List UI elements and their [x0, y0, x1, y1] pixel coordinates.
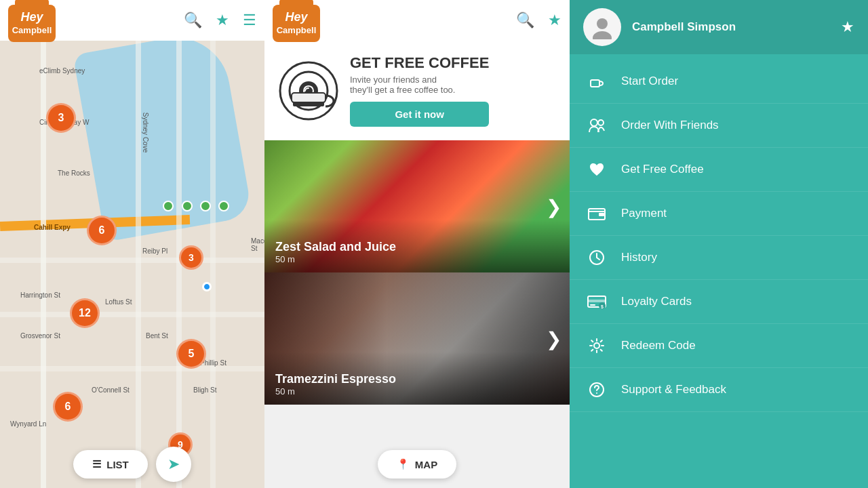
map-marker-3a[interactable]: 3 [46, 103, 76, 133]
menu-icon-map[interactable]: ☰ [243, 12, 256, 29]
map-background: eClimb Sydney The Rocks Cahill Expy Sydn… [0, 0, 264, 488]
svg-point-21 [596, 392, 597, 394]
logo-badge-content[interactable]: Hey Campbell [273, 5, 320, 42]
favorites-icon-content[interactable]: ★ [548, 12, 561, 29]
map-button[interactable]: 📍 MAP [378, 450, 456, 479]
content-nav-icons: 🔍 ★ [516, 12, 561, 29]
restaurant-dist-2: 50 m [275, 386, 559, 396]
location-button[interactable]: ➤ [156, 447, 191, 482]
promo-subtitle: Invite your friends and they'll get a fr… [350, 75, 489, 95]
map-marker-6a[interactable]: 6 [87, 216, 117, 245]
map-label-wynyard: Wynyard Ln [10, 420, 46, 428]
menu-item-free-coffee[interactable]: Get Free Coffee [570, 148, 868, 192]
map-green-dot-3 [200, 201, 211, 211]
map-bottom-nav: ☰ LIST ➤ [0, 441, 264, 488]
map-road-3 [176, 0, 182, 488]
content-panel: Hey Campbell 🔍 ★ GET FREE COFFEE Invite … [264, 0, 570, 488]
logo-badge-map[interactable]: Hey Campbell [8, 5, 56, 42]
heart-icon [586, 159, 608, 180]
svg-point-5 [597, 18, 608, 29]
user-avatar [583, 8, 621, 46]
menu-label-start-order: Start Order [621, 75, 678, 88]
map-label-macquarie: Macquarie St [251, 237, 264, 252]
content-header: Hey Campbell 🔍 ★ [264, 0, 570, 41]
restaurant-arrow-2[interactable]: ❯ [546, 327, 561, 350]
logo-text: Campbell [12, 25, 52, 36]
menu-item-order-friends[interactable]: Order With Friends [570, 104, 868, 148]
people-icon [586, 115, 608, 136]
user-name: Campbell Simpson [632, 20, 736, 34]
map-green-dot-1 [163, 201, 174, 211]
map-marker-6b[interactable]: 6 [53, 392, 83, 422]
map-label-reiby: Reiby Pl [142, 247, 167, 255]
map-road-h1 [0, 258, 264, 263]
get-now-button[interactable]: Get it now [350, 102, 489, 127]
map-header: Hey Campbell 🔍 ★ ☰ [0, 0, 264, 41]
svg-rect-12 [599, 213, 604, 216]
list-button[interactable]: ☰ LIST [73, 450, 148, 479]
menu-item-history[interactable]: History [570, 236, 868, 280]
restaurant-name-2: Tramezzini Espresso [275, 372, 559, 386]
svg-point-10 [598, 120, 604, 125]
menu-label-history: History [621, 251, 657, 264]
restaurant-info-2: Tramezzini Espresso 50 m [264, 352, 570, 405]
map-road-4 [210, 0, 216, 488]
restaurant-card-1[interactable]: Zest Salad and Juice 50 m ❯ [264, 140, 570, 272]
menu-item-start-order[interactable]: Start Order [570, 60, 868, 104]
menu-label-payment: Payment [621, 207, 667, 220]
menu-label-redeem-code: Redeem Code [621, 339, 696, 352]
svg-point-9 [591, 119, 597, 126]
map-panel: eClimb Sydney The Rocks Cahill Expy Sydn… [0, 0, 264, 488]
sidebar-star-icon[interactable]: ★ [841, 18, 854, 36]
search-icon-map[interactable]: 🔍 [184, 12, 202, 29]
map-label-climb: eClimb Sydney [39, 67, 85, 75]
map-label-loftus: Loftus St [105, 298, 132, 306]
svg-text:$: $ [601, 304, 604, 309]
map-label-sydney-cove: Sydney Cove [142, 113, 149, 152]
menu-item-payment[interactable]: Payment [570, 192, 868, 236]
restaurant-info-1: Zest Salad and Juice 50 m [264, 220, 570, 272]
svg-point-6 [593, 31, 612, 39]
clock-icon [586, 247, 608, 268]
svg-rect-16 [590, 304, 595, 306]
map-marker-12[interactable]: 12 [70, 298, 100, 328]
map-pin-icon: 📍 [397, 458, 410, 470]
sidebar-header: Campbell Simpson ★ [570, 0, 868, 54]
menu-item-redeem-code[interactable]: Redeem Code [570, 324, 868, 368]
content-bottom-nav: 📍 MAP [264, 441, 570, 488]
map-nav-icons: 🔍 ★ ☰ [184, 12, 256, 29]
promo-subtitle-line2: they'll get a free coffee too. [350, 85, 455, 95]
gear-icon [586, 335, 608, 357]
svg-rect-4 [292, 93, 326, 102]
search-icon-content[interactable]: 🔍 [516, 12, 534, 29]
menu-label-order-friends: Order With Friends [621, 119, 719, 132]
map-marker-3b[interactable]: 3 [179, 245, 203, 270]
menu-label-loyalty-cards: Loyalty Cards [621, 295, 692, 308]
menu-label-free-coffee: Get Free Coffee [621, 163, 704, 176]
list-icon: ☰ [92, 458, 101, 470]
logo-text-2: Campbell [277, 25, 317, 36]
promo-title: GET FREE COFFEE [350, 54, 489, 72]
card-icon: $ [586, 291, 608, 312]
favorites-icon-map[interactable]: ★ [216, 12, 229, 29]
restaurant-arrow-1[interactable]: ❯ [546, 195, 561, 218]
promo-text-block: GET FREE COFFEE Invite your friends and … [350, 54, 489, 127]
map-label-oconnell: O'Connell St [92, 386, 130, 394]
svg-rect-7 [591, 80, 599, 87]
svg-rect-15 [588, 300, 606, 302]
list-label: LIST [106, 459, 129, 470]
menu-item-loyalty-cards[interactable]: $ Loyalty Cards [570, 280, 868, 324]
restaurant-card-2[interactable]: Tramezzini Espresso 50 m ❯ [264, 272, 570, 405]
map-label-harrington: Harrington St [20, 291, 60, 299]
coffee-icon [586, 70, 608, 92]
svg-rect-8 [592, 86, 598, 87]
map-label-expy: Cahill Expy [34, 224, 71, 231]
map-marker-5[interactable]: 5 [176, 339, 206, 369]
restaurant-name-1: Zest Salad and Juice [275, 240, 559, 254]
restaurant-dist-1: 50 m [275, 254, 559, 264]
map-label-grosvenor: Grosvenor St [20, 332, 60, 340]
menu-item-support[interactable]: Support & Feedback [570, 368, 868, 412]
map-road-h2 [0, 312, 264, 317]
sidebar-menu: Start Order Order With Friends Get Free … [570, 54, 868, 418]
map-green-dot-4 [218, 201, 229, 211]
